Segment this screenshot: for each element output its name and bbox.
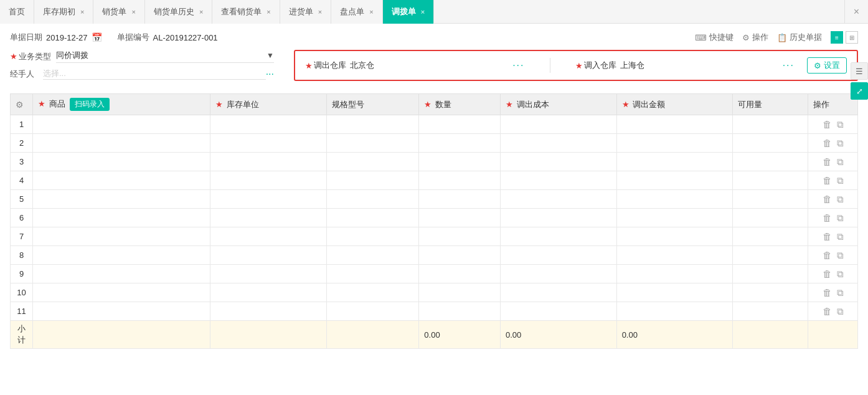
row-avail-4[interactable] <box>733 171 808 190</box>
row-avail-9[interactable] <box>733 265 808 283</box>
operation-button[interactable]: ⚙ 操作 <box>742 32 768 43</box>
row-spec-11[interactable] <box>326 302 419 321</box>
tab-transfer[interactable]: 调拨单 × <box>383 0 434 24</box>
row-avail-10[interactable] <box>733 283 808 302</box>
close-icon[interactable]: × <box>318 8 322 16</box>
row-avail-7[interactable] <box>733 227 808 246</box>
row-unit-6[interactable] <box>210 209 326 227</box>
window-close-button[interactable]: × <box>844 0 868 24</box>
row-unit-1[interactable] <box>210 115 326 134</box>
settings-button[interactable]: ⚙ 设置 <box>807 57 847 74</box>
row-qty-5[interactable] <box>419 190 501 209</box>
copy-icon[interactable]: ⧉ <box>837 119 844 130</box>
close-icon[interactable]: × <box>80 8 84 16</box>
row-amount-3[interactable] <box>616 153 733 171</box>
row-goods-3[interactable] <box>33 153 210 171</box>
row-goods-5[interactable] <box>33 190 210 209</box>
row-cost-11[interactable] <box>500 302 616 321</box>
row-avail-8[interactable] <box>733 246 808 265</box>
row-cost-2[interactable] <box>500 134 616 153</box>
history-button[interactable]: 📋 历史单据 <box>777 32 822 43</box>
date-value[interactable]: 2019-12-27 <box>46 33 88 42</box>
row-qty-3[interactable] <box>419 153 501 171</box>
close-icon[interactable]: × <box>267 8 270 16</box>
copy-icon[interactable]: ⧉ <box>837 287 844 298</box>
row-qty-8[interactable] <box>419 246 501 265</box>
row-spec-9[interactable] <box>326 265 419 283</box>
row-goods-10[interactable] <box>33 283 210 302</box>
row-qty-7[interactable] <box>419 227 501 246</box>
row-cost-4[interactable] <box>500 171 616 190</box>
delete-icon[interactable]: 🗑 <box>823 212 832 223</box>
tab-purchase[interactable]: 进货单 × <box>280 0 331 24</box>
row-spec-1[interactable] <box>326 115 419 134</box>
sidebar-expand-icon[interactable]: ⤢ <box>851 82 868 100</box>
shortcut-button[interactable]: ⌨ 快捷键 <box>695 32 734 43</box>
delete-icon[interactable]: 🗑 <box>823 269 832 279</box>
row-unit-5[interactable] <box>210 190 326 209</box>
row-avail-5[interactable] <box>733 190 808 209</box>
row-unit-10[interactable] <box>210 283 326 302</box>
delete-icon[interactable]: 🗑 <box>823 119 832 130</box>
delete-icon[interactable]: 🗑 <box>823 231 832 242</box>
row-unit-3[interactable] <box>210 153 326 171</box>
close-icon[interactable]: × <box>421 8 425 16</box>
row-amount-7[interactable] <box>616 227 733 246</box>
row-amount-6[interactable] <box>616 209 733 227</box>
close-icon[interactable]: × <box>131 8 135 16</box>
row-unit-8[interactable] <box>210 246 326 265</box>
row-cost-6[interactable] <box>500 209 616 227</box>
row-spec-6[interactable] <box>326 209 419 227</box>
tab-sales-order[interactable]: 销货单 × <box>93 0 144 24</box>
row-qty-1[interactable] <box>419 115 501 134</box>
row-amount-9[interactable] <box>616 265 733 283</box>
row-unit-4[interactable] <box>210 171 326 190</box>
row-qty-9[interactable] <box>419 265 501 283</box>
copy-icon[interactable]: ⧉ <box>837 250 844 261</box>
row-amount-2[interactable] <box>616 134 733 153</box>
calendar-icon[interactable]: 📅 <box>92 32 102 42</box>
row-spec-3[interactable] <box>326 153 419 171</box>
handler-select[interactable]: 选择... <box>43 68 266 80</box>
copy-icon[interactable]: ⧉ <box>837 269 844 280</box>
row-spec-7[interactable] <box>326 227 419 246</box>
tab-sales-history[interactable]: 销货单历史 × <box>145 0 212 24</box>
copy-icon[interactable]: ⧉ <box>837 175 844 186</box>
tab-stock-count[interactable]: 盘点单 × <box>331 0 382 24</box>
tab-view-sales[interactable]: 查看销货单 × <box>212 0 280 24</box>
row-goods-6[interactable] <box>33 209 210 227</box>
warehouse-in-more-icon[interactable]: ··· <box>783 60 795 71</box>
warehouse-out-more-icon[interactable]: ··· <box>512 60 524 71</box>
layout-grid-icon[interactable]: ⊞ <box>846 31 858 44</box>
row-spec-10[interactable] <box>326 283 419 302</box>
delete-icon[interactable]: 🗑 <box>823 287 832 298</box>
warehouse-out-value[interactable]: 北京仓 <box>350 60 512 71</box>
row-avail-6[interactable] <box>733 209 808 227</box>
th-gear[interactable]: ⚙ <box>11 94 33 115</box>
close-icon[interactable]: × <box>369 8 373 16</box>
delete-icon[interactable]: 🗑 <box>823 306 832 316</box>
row-goods-7[interactable] <box>33 227 210 246</box>
tab-inventory-init[interactable]: 库存期初 × <box>34 0 93 24</box>
row-unit-7[interactable] <box>210 227 326 246</box>
handler-more-icon[interactable]: ··· <box>266 69 274 80</box>
row-qty-10[interactable] <box>419 283 501 302</box>
row-spec-5[interactable] <box>326 190 419 209</box>
scan-button[interactable]: 扫码录入 <box>70 98 110 111</box>
copy-icon[interactable]: ⧉ <box>837 156 844 168</box>
row-cost-7[interactable] <box>500 227 616 246</box>
row-goods-9[interactable] <box>33 265 210 283</box>
row-amount-11[interactable] <box>616 302 733 321</box>
table-settings-icon[interactable]: ⚙ <box>16 100 24 110</box>
close-icon[interactable]: × <box>199 8 203 16</box>
row-cost-3[interactable] <box>500 153 616 171</box>
copy-icon[interactable]: ⧉ <box>837 212 844 224</box>
row-goods-8[interactable] <box>33 246 210 265</box>
biz-type-select[interactable]: 同价调拨 ▼ <box>56 50 274 63</box>
row-unit-9[interactable] <box>210 265 326 283</box>
copy-icon[interactable]: ⧉ <box>837 231 844 242</box>
row-amount-1[interactable] <box>616 115 733 134</box>
row-avail-11[interactable] <box>733 302 808 321</box>
copy-icon[interactable]: ⧉ <box>837 194 844 205</box>
layout-list-icon[interactable]: ≡ <box>831 31 843 44</box>
